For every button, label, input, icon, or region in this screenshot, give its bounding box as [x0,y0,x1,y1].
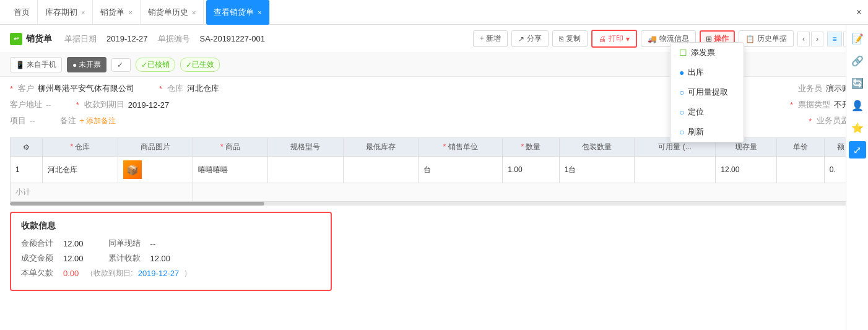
locate-item[interactable]: ○ 定位 [671,102,744,122]
address-value[interactable]: -- [46,100,51,110]
tab-sales-order[interactable]: 销货单 × [93,0,140,25]
row-warehouse[interactable]: 河北仓库 [43,157,118,183]
project-label: 项目 [10,115,26,126]
table-wrapper: ⚙ * 仓库 商品图片 * 商品 规格型号 最低库存 * 销售单位 * 数量 包… [10,137,858,206]
row-pkg-qty[interactable]: 1台 [559,157,634,183]
sidebar-expand-icon[interactable]: ⤢ [849,141,866,158]
row-qty[interactable]: 1.00 [503,157,559,183]
row-no: 1 [11,157,43,183]
row-product[interactable]: 嘻嘻嘻嘻 [193,157,267,183]
already-effective-badge: ✓ 已生效 [180,58,220,72]
outbound-item[interactable]: ● 出库 [671,63,744,82]
tab-inventory-init[interactable]: 库存期初 × [38,0,93,25]
no-label: 单据编号 [158,33,190,45]
unit-price-col-header: 单价 [777,138,825,157]
warehouse-col-header: * 仓库 [43,138,118,157]
bottom-section: 收款信息 金额合计 12.00 同单现结 -- 成交金额 12.00 [0,206,868,297]
doc-meta: 单据日期 2019-12-27 单据编号 SA-20191227-001 [64,33,265,45]
settings-col-header[interactable]: ⚙ [11,138,43,157]
balance-label: 本单欠款 [21,267,58,279]
copy-icon: ⎘ [559,35,563,43]
tab-home[interactable]: 首页 [6,0,38,25]
tab-close-sales[interactable]: × [128,9,132,16]
qty-col-header: * 数量 [503,138,559,157]
outbound-icon: ● [679,67,684,77]
date-label: 单据日期 [64,33,97,45]
sidebar-user-icon[interactable]: 👤 [849,97,866,114]
refresh-icon: ○ [679,127,684,137]
prev-button[interactable]: ‹ [797,32,810,46]
warehouse-label: 仓库 [167,83,183,94]
warehouse-field: * 仓库 河北仓库 [159,83,219,94]
employee-label: 业务员 [798,83,822,94]
add-invoice-item[interactable]: ☐ 添发票 [671,43,744,63]
from-phone-button[interactable]: 📱 来自手机 [10,57,62,72]
tab-bar-close-button[interactable]: × [856,7,862,18]
next-button[interactable]: › [811,32,823,46]
project-value[interactable]: -- [30,116,35,126]
warehouse-required-mark: * [159,84,162,93]
balance-value: 0.00 [63,269,79,278]
available-qty-icon: ○ [679,87,684,97]
tab-close-inventory[interactable]: × [81,9,85,16]
copy-button[interactable]: ⎘ 复制 [552,30,588,47]
history-button[interactable]: 📋 历史单据 [739,30,794,47]
effective-icon: ✓ [186,61,192,69]
transaction-label: 成交金额 [21,253,58,264]
row-stock[interactable]: 12.00 [716,157,777,183]
tab-sales-history[interactable]: 销货单历史 × [141,0,204,25]
customer-field: * 客户 柳州粤港平安气体有限公司 [10,83,134,94]
new-button[interactable]: + 新增 [473,30,508,47]
refresh-item[interactable]: ○ 刷新 [671,122,744,142]
customer-label: 客户 [18,83,34,94]
print-button[interactable]: 🖨 打印 ▾ [591,30,637,48]
check-button[interactable]: ✓ [111,58,131,72]
sidebar-edit-icon[interactable]: 📝 [849,30,866,47]
sidebar-link-icon[interactable]: 🔗 [849,52,866,69]
row-unit[interactable]: 台 [418,157,502,183]
share-button[interactable]: ↗ 分享 [511,30,549,47]
right-sidebar: 📝 🔗 🔄 👤 ⭐ ⤢ [846,25,868,330]
not-open-button[interactable]: ● 未开票 [67,57,106,72]
add-invoice-icon: ☐ [679,48,687,58]
share-icon: ↗ [518,35,524,43]
subtotal-label: 小计 [11,183,193,202]
row-available[interactable] [635,157,716,183]
tab-bar: 首页 库存期初 × 销货单 × 销货单历史 × 查看销货单 × × [0,0,868,25]
total-amount-value: 12.00 [63,239,84,248]
transaction-field: 成交金额 12.00 [21,253,84,264]
available-qty-item[interactable]: ○ 可用量提取 [671,82,744,102]
same-order-label: 同单现结 [108,238,145,249]
warehouse-value[interactable]: 河北仓库 [187,83,219,94]
note-field: 备注 + 添加备注 [60,115,116,126]
product-table: ⚙ * 仓库 商品图片 * 商品 规格型号 最低库存 * 销售单位 * 数量 包… [10,137,858,202]
tab-view-sales[interactable]: 查看销货单 × [206,0,269,25]
address-field: 客户地址 -- [10,99,51,110]
table-row: 1 河北仓库 📦 嘻嘻嘻嘻 台 1.00 1台 12.00 [11,157,858,183]
add-note-button[interactable]: + 添加备注 [80,116,116,126]
tab-close-view-sales[interactable]: × [258,9,261,16]
subtotal-values [193,183,857,202]
subtotal-row: 小计 [11,183,858,202]
row-product-img: 📦 [118,157,193,183]
sidebar-star-icon[interactable]: ⭐ [849,119,866,136]
payment-row-3: 本单欠款 0.00 （收款到期日: 2019-12-27 ） [21,267,321,279]
doc-type-label: 销货单 [26,33,52,45]
balance-field: 本单欠款 0.00 （收款到期日: 2019-12-27 ） [21,267,191,279]
due-date-value[interactable]: 2019-12-27 [128,100,170,110]
same-order-value: -- [150,239,156,248]
row-unit-price[interactable] [777,157,825,183]
sidebar-refresh-icon[interactable]: 🔄 [849,74,866,92]
same-order-field: 同单现结 -- [108,238,156,249]
customer-value[interactable]: 柳州粤港平安气体有限公司 [38,83,134,94]
total-amount-label: 金额合计 [21,238,58,249]
row-min-stock[interactable] [343,157,418,183]
cumulative-value: 12.00 [150,254,171,263]
check-icon: ✓ [117,61,123,69]
list-view-button[interactable]: ≡ [827,32,842,46]
toolbar-right: + 新增 ↗ 分享 ⎘ 复制 🖨 打印 ▾ 🚚 物流信息 [473,30,858,48]
row-model[interactable] [268,157,343,183]
tab-close-history[interactable]: × [192,9,196,16]
print-icon: 🖨 [599,35,606,43]
already-checked-badge: ✓ 已核销 [136,58,175,72]
